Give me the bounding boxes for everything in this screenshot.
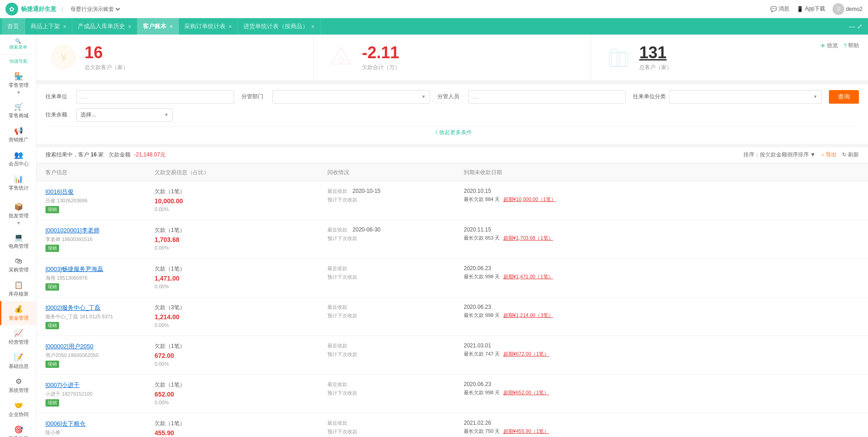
client-info: [0007]小进干 小进干 18279152100 现销 (45, 381, 155, 407)
maximize-icon[interactable]: ⤢ (857, 23, 863, 30)
client-info: [0001020001]李老师 李老师 18600391516 现销 (45, 226, 155, 252)
overdue-date: 2020.06.23 (464, 381, 859, 387)
user-menu[interactable]: D demo2 (833, 3, 863, 15)
wholesale-icon: 📦 (14, 202, 23, 211)
debt-info: 欠款（1笔） 1,471.00 0.00% (155, 265, 327, 289)
refresh-btn[interactable]: ↻ 刷新 (842, 151, 859, 159)
tab-home[interactable]: 首页 (2, 18, 25, 35)
filter-row-1: 往来单位 ... 分管部门 ▼ 分管人员 ... (45, 90, 859, 104)
stat-card-total: 131 总客户（家） 👁 统览 ? 帮助 (591, 35, 868, 80)
dots-placeholder: ... (472, 94, 480, 100)
tab-product-listing[interactable]: 商品上下架 ✕ (25, 18, 72, 35)
client-name-link[interactable]: [0001020001]李老师 (45, 226, 155, 235)
tab-goods-stats[interactable]: 进货单统计表（按商品） ✕ (238, 18, 321, 35)
tab-customer-account[interactable]: 客户账本 ✕ (137, 18, 179, 35)
close-icon[interactable]: ✕ (169, 24, 173, 29)
filter-label-person: 分管人员 (437, 93, 465, 100)
sidebar-item-ecommerce[interactable]: 💻 电商管理 (0, 229, 36, 253)
sidebar-item-wholesale[interactable]: 📦 批发管理 ▼ (0, 199, 36, 229)
close-icon[interactable]: ✕ (311, 24, 315, 29)
sidebar-item-inventory[interactable]: 📋 库存核算 (0, 277, 36, 301)
sidebar-item-retail-mall[interactable]: 🛒 零售商城 (0, 99, 36, 123)
sidebar-item-retail-mgmt-label: 零售管理 (9, 82, 29, 89)
sidebar-item-finance[interactable]: 💰 资金管理 (0, 301, 36, 325)
sidebar-item-guide[interactable]: 🎯 新手引导 (0, 422, 36, 437)
overview-btn[interactable]: 👁 统览 (820, 42, 838, 50)
overdue-detail: 最长欠款 750 天 超期¥455.90（1笔） (464, 428, 859, 435)
client-name-link[interactable]: [0002]服务中心_丁磊 (45, 304, 155, 312)
main-layout: 🔍 搜索菜单 快捷导航 🏪 零售管理 ▼ 🛒 零售商城 📢 营销推广 👥 会员中… (0, 35, 868, 437)
collapse-filters-btn[interactable]: 《 收起更多条件 (45, 126, 859, 138)
sidebar-item-system[interactable]: ⚙ 系统管理 (0, 373, 36, 397)
sidebar-item-operations[interactable]: 📈 经营管理 (0, 325, 36, 349)
close-icon[interactable]: ✕ (128, 24, 131, 29)
quick-nav-label: 快捷导航 (10, 58, 28, 65)
guide-icon: 🎯 (14, 425, 23, 434)
return-info: 最近收款 预计下次收款 (327, 265, 464, 281)
sidebar-item-basic-info[interactable]: 📝 基础信息 (0, 349, 36, 373)
client-name-link[interactable]: [0016]吕俊 (45, 188, 155, 196)
sidebar-search-btn[interactable]: 🔍 搜索菜单 (0, 35, 36, 55)
tab-purchase-stats[interactable]: 采购订单统计表 ✕ (179, 18, 238, 35)
return-info: 最近收款 预计下次收款 (327, 342, 464, 358)
overdue-amount-link[interactable]: 超期¥652.00（1笔） (503, 390, 549, 395)
sidebar-item-purchase[interactable]: 🛍 采购管理 (0, 253, 36, 277)
overdue-amount-link[interactable]: 超期¥455.90（1笔） (503, 428, 549, 434)
sidebar-item-guide-label: 新手引导 (9, 435, 29, 437)
overdue-amount-link[interactable]: 超期¥1,703.68（1笔） (503, 235, 553, 241)
filter-select-balance[interactable]: 选择... ▼ (76, 108, 173, 122)
overdue-amount-link[interactable]: 超期¥672.00（1笔） (503, 351, 549, 357)
client-phone: 服务中心_丁磊 181 0125 8371 (45, 313, 155, 320)
finance-icon: 💰 (14, 305, 23, 313)
filter-select-category[interactable]: ▼ (669, 90, 822, 104)
close-icon[interactable]: ✕ (228, 24, 232, 29)
filter-input-unit[interactable]: ... (76, 90, 234, 104)
filter-select-dept[interactable]: ▼ (272, 90, 430, 104)
client-badge: 现销 (45, 245, 59, 252)
overdue-detail: 最长欠款 853 天 超期¥1,703.68（1笔） (464, 235, 859, 241)
overdue-amount-link[interactable]: 超期¥1,214.00（3笔） (503, 312, 553, 318)
sidebar-item-enterprise[interactable]: 🤝 企业协同 (0, 397, 36, 422)
filter-label-unit: 往来单位 (45, 93, 73, 100)
table-header: 客户信息 欠款交易信息（占比） 回收情况 到期未收款日期 (36, 164, 868, 181)
app-download-btn[interactable]: 📱 App下载 (797, 5, 825, 13)
client-name-link[interactable]: [0007]小进干 (45, 381, 155, 389)
debt-percent: 0.00% (155, 400, 327, 405)
message-btn[interactable]: 💬 消息 (770, 5, 789, 13)
search-button[interactable]: 查询 (829, 90, 859, 104)
export-btn[interactable]: ○ 导出 (821, 151, 837, 159)
sidebar-item-members[interactable]: 👥 会员中心 (0, 147, 36, 171)
filter-label-dept: 分管部门 (241, 93, 269, 100)
question-icon: ? (843, 43, 847, 49)
close-icon[interactable]: ✕ (63, 24, 66, 29)
debt-info: 欠款（3笔） 1,214.00 0.00% (155, 304, 327, 328)
store-selector[interactable]: 母婴行业演示账套 (69, 5, 121, 13)
minimize-icon[interactable]: — (849, 23, 855, 30)
return-label: 最近收款 (327, 420, 464, 427)
sidebar-item-marketing[interactable]: 📢 营销推广 (0, 123, 36, 147)
search-icon: 🔍 (15, 38, 21, 44)
sidebar-item-retail-mgmt[interactable]: 🏪 零售管理 ▼ (0, 68, 36, 99)
client-name-link[interactable]: [000002]用户2050 (45, 342, 155, 351)
client-name-link[interactable]: [0006]去下粮仓 (45, 420, 155, 428)
overdue-amount-link[interactable]: 超期¥10,000.00（1笔） (503, 196, 556, 202)
sidebar-item-basic-info-label: 基础信息 (9, 363, 29, 370)
help-btn[interactable]: ? 帮助 (843, 42, 859, 50)
debt-count: 欠款（1笔） (155, 226, 327, 234)
client-badge: 现销 (45, 206, 59, 213)
filter-input-person[interactable]: ... (468, 90, 626, 104)
sidebar-item-operations-label: 经营管理 (9, 339, 29, 346)
balance-placeholder: 选择... (80, 111, 96, 119)
stat-label-debt: 欠款合计（万） (362, 64, 400, 71)
tab-production-history[interactable]: 产成品入库单历史 ✕ (72, 18, 137, 35)
sort-btn[interactable]: 排序：按欠款金额倒序排序 ▼ (743, 151, 816, 159)
basic-info-icon: 📝 (14, 353, 23, 362)
filter-item-dept: 分管部门 ▼ (241, 90, 430, 104)
collapse-icon: 《 (432, 129, 439, 136)
overdue-date: 2020.10.15 (464, 188, 859, 194)
sidebar-item-retail-stats[interactable]: 📊 零售统计 (0, 171, 36, 195)
client-name-link[interactable]: [0003]畅捷服务尹海蕊 (45, 265, 155, 273)
sidebar-item-enterprise-label: 企业协同 (9, 411, 29, 418)
return-label: 最近收款 (327, 381, 464, 388)
overdue-amount-link[interactable]: 超期¥1,471.00（1笔） (503, 274, 553, 279)
